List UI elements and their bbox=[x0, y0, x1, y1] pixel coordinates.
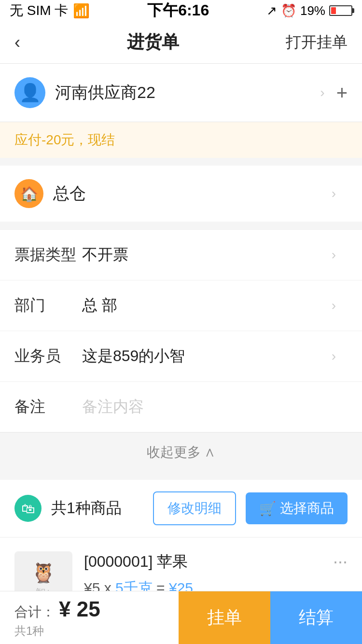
bottom-bar: 合计： ¥ 25 共1种 挂单 结算 bbox=[0, 591, 362, 644]
remark-label: 备注 bbox=[14, 396, 82, 418]
dept-chevron-icon: › bbox=[332, 298, 336, 313]
collapse-label: 收起更多 ∧ bbox=[147, 445, 216, 460]
product-code: [0000001] bbox=[84, 553, 153, 570]
warehouse-section: 🏠 总仓 › bbox=[0, 166, 362, 222]
supplier-avatar: 👤 bbox=[14, 77, 45, 108]
page-title: 进货单 bbox=[127, 30, 179, 54]
status-right: ↗ ⏰ 19% bbox=[266, 3, 352, 18]
dept-row[interactable]: 部门 总 部 › bbox=[0, 280, 362, 331]
supplier-chevron-icon: › bbox=[320, 85, 324, 100]
invoice-label: 票据类型 bbox=[14, 244, 82, 266]
location-icon: ↗ bbox=[266, 3, 277, 18]
battery-text: 19% bbox=[300, 3, 325, 18]
supplier-row[interactable]: 👤 河南供应商22 › + bbox=[0, 64, 362, 122]
total-amount: ¥ 25 bbox=[59, 597, 100, 621]
supplier-name: 河南供应商22 bbox=[55, 82, 320, 104]
warehouse-row[interactable]: 🏠 总仓 › bbox=[0, 166, 362, 222]
supplier-alert: 应付-20元，现结 bbox=[0, 122, 362, 158]
remark-row[interactable]: 备注 备注内容 bbox=[0, 381, 362, 432]
collapse-bar[interactable]: 收起更多 ∧ bbox=[0, 432, 362, 472]
product-count-icon: 🛍 bbox=[14, 495, 42, 522]
back-button[interactable]: ‹ bbox=[14, 32, 20, 53]
dept-label: 部门 bbox=[14, 295, 82, 316]
total-label: 合计： ¥ 25 bbox=[14, 597, 164, 621]
carrier-text: 无 SIM 卡 bbox=[10, 1, 68, 20]
avatar-icon: 👤 bbox=[19, 83, 41, 103]
invoice-row[interactable]: 票据类型 不开票 › bbox=[0, 229, 362, 280]
status-left: 无 SIM 卡 📶 bbox=[10, 1, 90, 20]
select-product-button[interactable]: 🛒 选择商品 bbox=[246, 492, 348, 524]
sales-chevron-icon: › bbox=[332, 349, 336, 364]
warehouse-name: 总仓 bbox=[53, 182, 332, 205]
total-count: 共1种 bbox=[14, 623, 164, 639]
total-label-text: 合计： bbox=[14, 603, 55, 621]
product-title: 苹果 bbox=[157, 553, 188, 570]
status-bar: 无 SIM 卡 📶 下午6:16 ↗ ⏰ 19% bbox=[0, 0, 362, 21]
battery-icon bbox=[329, 5, 352, 16]
product-name: [0000001] 苹果 bbox=[84, 551, 321, 573]
dept-value: 总 部 bbox=[82, 295, 332, 316]
product-header: 🛍 共1种商品 修改明细 🛒 选择商品 bbox=[0, 480, 362, 537]
sales-row[interactable]: 业务员 这是859的小智 › bbox=[0, 331, 362, 381]
sales-value: 这是859的小智 bbox=[82, 346, 332, 367]
invoice-chevron-icon: › bbox=[332, 247, 336, 263]
invoice-value: 不开票 bbox=[82, 244, 332, 266]
add-button[interactable]: + bbox=[336, 82, 348, 104]
checkout-button[interactable]: 结算 bbox=[270, 591, 362, 644]
nav-bar: ‹ 进货单 打开挂单 bbox=[0, 21, 362, 64]
pending-button[interactable]: 挂单 bbox=[179, 591, 270, 644]
battery-fill bbox=[331, 7, 336, 14]
supplier-section: 👤 河南供应商22 › + 应付-20元，现结 bbox=[0, 64, 362, 158]
more-button[interactable]: ··· bbox=[333, 551, 348, 572]
alarm-icon: ⏰ bbox=[281, 3, 296, 18]
edit-detail-button[interactable]: 修改明细 bbox=[153, 491, 236, 525]
warehouse-icon-symbol: 🏠 bbox=[20, 185, 38, 202]
owl-icon: 🦉 bbox=[31, 561, 56, 584]
wifi-icon: 📶 bbox=[73, 3, 90, 19]
total-section: 合计： ¥ 25 共1种 bbox=[0, 591, 179, 644]
product-icon-symbol: 🛍 bbox=[21, 501, 35, 517]
open-pending-button[interactable]: 打开挂单 bbox=[286, 32, 348, 53]
cart-icon: 🛒 bbox=[259, 501, 276, 517]
status-time: 下午6:16 bbox=[147, 0, 209, 21]
form-section: 票据类型 不开票 › 部门 总 部 › 业务员 这是859的小智 › 备注 备注… bbox=[0, 229, 362, 472]
product-count-label: 共1种商品 bbox=[51, 498, 143, 519]
select-product-label: 选择商品 bbox=[280, 499, 334, 518]
warehouse-icon: 🏠 bbox=[14, 179, 43, 208]
remark-input[interactable]: 备注内容 bbox=[82, 396, 348, 418]
warehouse-chevron-icon: › bbox=[332, 186, 336, 201]
sales-label: 业务员 bbox=[14, 346, 82, 367]
